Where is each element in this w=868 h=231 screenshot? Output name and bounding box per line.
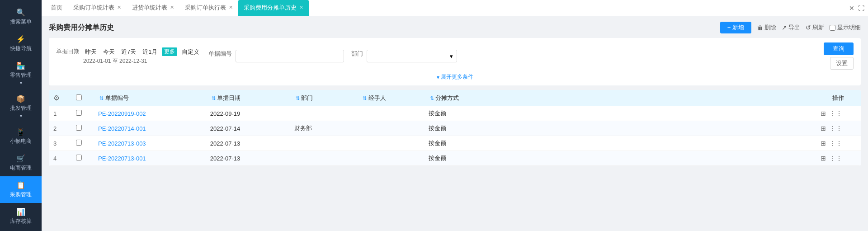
th-method[interactable]: ⇅ 分摊方式 <box>424 90 816 106</box>
delete-button[interactable]: 🗑 删除 <box>757 24 776 32</box>
close-tab-purchase-cost[interactable]: ✕ <box>299 5 303 10</box>
row-checkbox-cell[interactable] <box>71 136 94 151</box>
row-date: 2022-07-13 <box>206 136 290 151</box>
th-date[interactable]: ⇅ 单据日期 <box>206 90 290 106</box>
export-button[interactable]: ↗ 导出 <box>782 24 800 32</box>
row-checkbox[interactable] <box>76 110 82 116</box>
table-row: 3 PE-20220713-003 2022-07-13 按金额 ⊞ ⋮⋮ <box>49 136 861 151</box>
row-handler <box>357 121 424 136</box>
tab-purchase-cost[interactable]: 采购费用分摊单历史 ✕ <box>238 0 309 16</box>
row-checkbox[interactable] <box>76 125 82 131</box>
row-dept <box>290 136 357 151</box>
row-checkbox-cell[interactable] <box>71 121 94 136</box>
row-method: 按金额 <box>424 121 816 136</box>
row-checkbox[interactable] <box>76 155 82 160</box>
sidebar-item-purchase[interactable]: 📋 采购管理 <box>0 176 42 203</box>
close-tab-purchase-exec[interactable]: ✕ <box>229 5 233 10</box>
doc-number-input[interactable] <box>236 50 344 62</box>
sidebar-item-ecom[interactable]: 🛒 电商管理 <box>0 150 42 176</box>
close-tab-inbound-stat[interactable]: ✕ <box>170 5 174 10</box>
more-icon[interactable]: ⋮⋮ <box>830 140 842 147</box>
dept-select[interactable]: ▾ <box>367 50 457 62</box>
setting-button[interactable]: 设置 <box>830 57 854 70</box>
show-detail-toggle[interactable]: 显示明细 <box>830 24 861 32</box>
sort-icon: ⇅ <box>363 95 367 101</box>
th-doc-number[interactable]: ⇅ 单据编号 <box>94 90 206 106</box>
th-settings[interactable]: ⚙ <box>49 90 71 106</box>
show-detail-checkbox[interactable] <box>830 25 835 31</box>
row-doc-number[interactable]: PE-20220713-001 <box>94 151 206 166</box>
row-checkbox-cell[interactable] <box>71 106 94 121</box>
sidebar-label-wholesale: 批发管理 <box>10 104 32 112</box>
table-row: 1 PE-20220919-002 2022-09-19 按金额 ⊞ ⋮⋮ <box>49 106 861 121</box>
select-all-checkbox[interactable] <box>76 94 82 100</box>
quick-icon: ⚡ <box>16 35 25 43</box>
edit-icon[interactable]: ⊞ <box>821 110 826 117</box>
row-number: 3 <box>49 136 71 151</box>
inventory-icon: 📊 <box>16 207 25 216</box>
more-icon[interactable]: ⋮⋮ <box>830 155 842 162</box>
doc-number-label: 单据编号 <box>208 50 232 58</box>
close-tab-purchase-stat[interactable]: ✕ <box>117 5 121 10</box>
sidebar-item-quick[interactable]: ⚡ 快捷导航 <box>0 30 42 57</box>
sidebar-item-wholesale[interactable]: 📦 批发管理 ▾ <box>0 90 42 123</box>
tab-purchase-exec[interactable]: 采购订单执行表 ✕ <box>179 0 238 16</box>
sidebar-label-inventory: 库存核算 <box>10 217 32 225</box>
sidebar-item-retail[interactable]: 🏪 零售管理 ▾ <box>0 57 42 90</box>
edit-icon[interactable]: ⊞ <box>821 155 826 162</box>
sort-icon: ⇅ <box>212 95 216 101</box>
row-method: 按金额 <box>424 151 816 166</box>
refresh-button[interactable]: ↺ 刷新 <box>806 24 824 32</box>
sidebar-item-inventory[interactable]: 📊 库存核算 <box>0 203 42 230</box>
tab-inbound-stat[interactable]: 进货单统计表 ✕ <box>127 0 179 16</box>
close-all-tabs-icon[interactable]: ✕ <box>849 5 854 12</box>
tab-home[interactable]: 首页 <box>45 0 68 16</box>
row-actions: ⊞ ⋮⋮ <box>816 121 861 136</box>
delete-icon: 🗑 <box>757 24 763 31</box>
date-opt-more[interactable]: 更多 <box>162 47 177 56</box>
th-checkbox[interactable] <box>71 90 94 106</box>
th-dept[interactable]: ⇅ 部门 <box>290 90 357 106</box>
page-title: 采购费用分摊单历史 <box>49 23 114 33</box>
row-doc-number[interactable]: PE-20220714-001 <box>94 121 206 136</box>
dept-filter-section: 部门 ▾ <box>351 50 457 62</box>
sidebar-label-search: 搜索菜单 <box>10 18 32 26</box>
edit-icon[interactable]: ⊞ <box>821 125 826 132</box>
edit-icon[interactable]: ⊞ <box>821 140 826 147</box>
chevron-down-icon: ▾ <box>450 53 453 60</box>
row-checkbox[interactable] <box>76 140 82 146</box>
date-opt-yesterday[interactable]: 昨天 <box>83 47 99 57</box>
row-actions: ⊞ ⋮⋮ <box>816 136 861 151</box>
chevron-down-icon: ▾ <box>437 74 439 80</box>
tab-purchase-stat[interactable]: 采购订单统计表 ✕ <box>68 0 127 16</box>
dept-label: 部门 <box>351 50 363 58</box>
row-handler <box>357 106 424 121</box>
row-method: 按金额 <box>424 106 816 121</box>
row-actions: ⊞ ⋮⋮ <box>816 151 861 166</box>
sidebar-item-search[interactable]: 🔍 搜索菜单 <box>0 4 42 30</box>
date-opt-custom[interactable]: 自定义 <box>180 47 201 57</box>
row-doc-number[interactable]: PE-20220713-003 <box>94 136 206 151</box>
refresh-icon: ↺ <box>806 24 811 31</box>
sidebar-item-mini[interactable]: 📱 小畅电商 <box>0 123 42 150</box>
expand-row: ▾ 展开更多条件 <box>56 73 854 81</box>
mini-icon: 📱 <box>16 127 25 136</box>
expand-more-button[interactable]: ▾ 展开更多条件 <box>437 73 473 81</box>
sort-icon: ⇅ <box>296 95 300 101</box>
row-doc-number[interactable]: PE-20220919-002 <box>94 106 206 121</box>
date-opt-today[interactable]: 今天 <box>101 47 117 57</box>
maximize-icon[interactable]: ⛶ <box>858 5 864 12</box>
date-opt-7days[interactable]: 近7天 <box>119 47 138 57</box>
th-handler[interactable]: ⇅ 经手人 <box>357 90 424 106</box>
row-dept <box>290 151 357 166</box>
more-icon[interactable]: ⋮⋮ <box>830 110 842 117</box>
row-dept <box>290 106 357 121</box>
tab-bar: 首页 采购订单统计表 ✕ 进货单统计表 ✕ 采购订单执行表 ✕ 采购费用分摊单历… <box>42 0 868 16</box>
chevron-down-icon: ▾ <box>20 113 22 118</box>
date-opt-1month[interactable]: 近1月 <box>141 47 159 57</box>
more-icon[interactable]: ⋮⋮ <box>830 125 842 132</box>
query-button[interactable]: 查询 <box>824 42 854 55</box>
sort-icon: ⇅ <box>99 95 104 101</box>
row-checkbox-cell[interactable] <box>71 151 94 166</box>
add-button[interactable]: + 新增 <box>720 22 751 33</box>
